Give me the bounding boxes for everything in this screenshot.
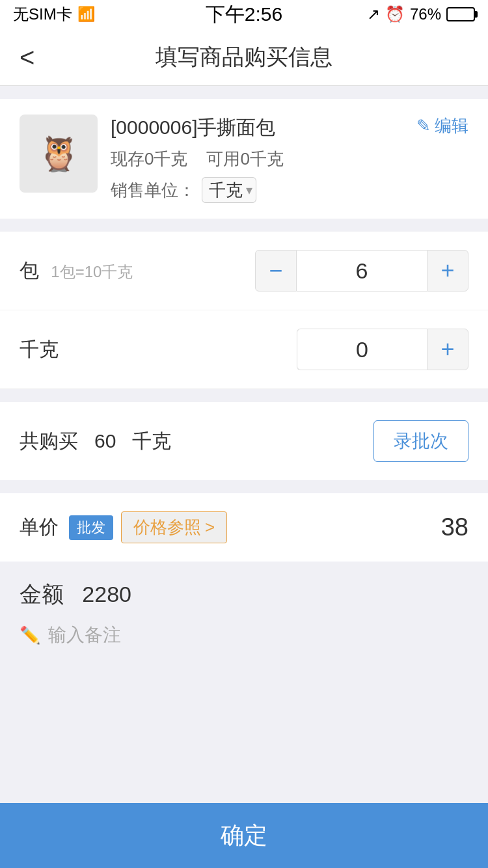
package-sublabel: 1包=10千克 [51,263,133,280]
kg-increment-button[interactable]: + [427,329,468,370]
package-qty-control: − + [255,250,468,292]
unit-select[interactable]: 千克 [202,177,256,203]
kg-qty-row: 千克 + [0,310,488,389]
product-card: 🦉 [0000006]手撕面包 现存0千克 可用0千克 销售单位： 千克 ✎ 编… [0,99,488,219]
amount-value: 2280 [82,582,131,606]
edit-label: 编辑 [435,115,468,137]
edit-button[interactable]: ✎ 编辑 [416,115,468,137]
package-label: 包 1包=10千克 [20,258,255,284]
battery-bar [446,7,475,21]
package-section: 包 1包=10千克 − + 千克 + [0,232,488,389]
alarm-icon: ⏰ [385,5,405,23]
price-ref-arrow: > [205,517,215,537]
price-ref-label: 价格参照 [133,516,201,539]
package-qty-input[interactable] [297,250,427,292]
total-text: 共购买 60 千克 [20,428,373,455]
product-unit: 销售单位： 千克 [111,177,403,203]
status-time: 下午2:56 [206,1,282,28]
kg-qty-input[interactable] [297,329,427,370]
kg-label: 千克 [20,336,297,363]
price-ref-button[interactable]: 价格参照 > [121,511,227,543]
amount-label: 金额 [20,582,64,606]
total-unit: 千克 [132,430,171,452]
price-tag: 批发 [69,515,113,540]
product-stock: 现存0千克 可用0千克 [111,148,403,170]
status-right: ↗ ⏰ 76% [367,5,475,23]
stock-label: 现存0千克 [111,149,187,169]
product-name: [0000006]手撕面包 [111,115,403,141]
remark-row[interactable]: ✏️ 输入备注 [20,623,468,647]
carrier-label: 无SIM卡 [13,4,72,25]
package-decrement-button[interactable]: − [255,250,297,292]
status-bar: 无SIM卡 📶 下午2:56 ↗ ⏰ 76% [0,0,488,29]
edit-icon: ✎ [416,116,431,136]
page-title: 填写商品购买信息 [156,42,332,72]
price-label: 单价 [20,514,59,541]
batch-button[interactable]: 录批次 [373,420,468,462]
product-info: [0000006]手撕面包 现存0千克 可用0千克 销售单位： 千克 [111,115,403,203]
package-increment-button[interactable]: + [427,250,468,292]
product-thumbnail: 🦉 [20,115,98,193]
unit-label: 销售单位： [111,179,195,202]
product-thumb-icon: 🦉 [38,134,80,174]
price-section: 单价 批发 价格参照 > 38 [0,493,488,562]
back-button[interactable]: < [20,44,34,70]
available-label: 可用0千克 [206,149,283,169]
total-row: 共购买 60 千克 录批次 [0,402,488,480]
amount-section: 金额 2280 ✏️ 输入备注 [0,562,488,666]
price-value: 38 [441,513,468,541]
status-left: 无SIM卡 📶 [13,4,95,25]
location-icon: ↗ [367,5,380,23]
main-content: 🦉 [0000006]手撕面包 现存0千克 可用0千克 销售单位： 千克 ✎ 编… [0,99,488,744]
confirm-button[interactable]: 确定 [0,803,488,868]
nav-bar: < 填写商品购买信息 [0,29,488,86]
pencil-icon: ✏️ [20,625,40,645]
amount-row: 金额 2280 [20,580,468,610]
unit-select-wrap[interactable]: 千克 [202,177,256,203]
total-section: 共购买 60 千克 录批次 [0,402,488,480]
battery-percent: 76% [410,5,441,23]
kg-qty-control: + [297,329,468,370]
total-quantity: 60 [94,430,116,452]
remark-label: 输入备注 [48,623,121,647]
total-label: 共购买 [20,430,78,452]
package-qty-row: 包 1包=10千克 − + [0,232,488,310]
wifi-icon: 📶 [77,6,95,23]
